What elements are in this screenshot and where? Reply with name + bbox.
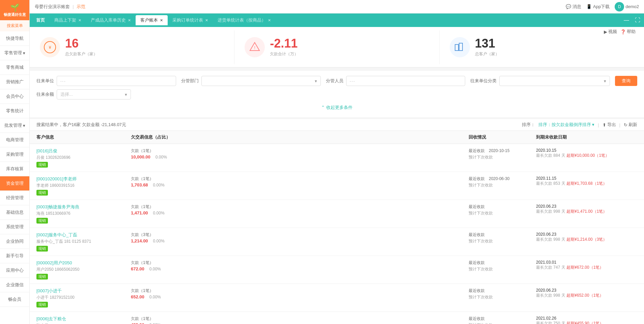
- debt-amount[interactable]: 10,000.00: [131, 154, 150, 159]
- debt-amount[interactable]: 672.00: [131, 266, 144, 271]
- collection-next: 预计下次收款: [469, 266, 536, 272]
- debt-row: 1,703.68 0.00%: [131, 182, 469, 187]
- overdue-amount[interactable]: 超期¥10,000.00（1笔）: [566, 153, 609, 158]
- sidebar-item-finance[interactable]: 资金管理: [0, 176, 29, 191]
- tab-purchase-order-stats[interactable]: 采购订单统计表 ✕: [168, 15, 213, 25]
- customer-name[interactable]: [0006]去下粮仓: [36, 316, 131, 322]
- sidebar-item-enterprise[interactable]: 企业协同: [0, 234, 29, 249]
- svg-rect-5: [459, 43, 463, 51]
- debt-amount[interactable]: 1,471.00: [131, 210, 148, 215]
- collection-next: 预计下次收款: [469, 182, 536, 188]
- sidebar-item-base-info[interactable]: 基础信息: [0, 205, 29, 220]
- tab-home[interactable]: 首页: [31, 15, 50, 25]
- video-link[interactable]: ▶ 视频: [604, 29, 617, 35]
- sidebar-item-member-plus[interactable]: 畅会员: [0, 292, 29, 307]
- sidebar: 🌱 畅捷通好生意 搜索菜单 快捷导航 零售管理 ▾ 零售商城 营销推广 会员中心…: [0, 0, 30, 324]
- debtors-info: 16 总欠款客户（家）: [65, 37, 97, 57]
- minimize-icon[interactable]: —: [622, 17, 631, 24]
- total-debt-label: 欠款合计（万）: [270, 51, 298, 57]
- customer-name[interactable]: [0001020001]李老师: [36, 176, 131, 182]
- debt-amount[interactable]: 1,214.00: [131, 238, 148, 243]
- sidebar-item-purchase[interactable]: 采购管理: [0, 147, 29, 162]
- sidebar-item-wholesale-mgmt[interactable]: 批发管理 ▾: [0, 118, 29, 133]
- sort-button[interactable]: 排序：按欠款金额倒序排序 ▾: [538, 122, 595, 128]
- sidebar-item-marketing[interactable]: 营销推广: [0, 75, 29, 89]
- overdue-amount[interactable]: 超期¥672.00（1笔）: [566, 265, 604, 270]
- sidebar-item-retail-stats[interactable]: 零售统计: [0, 104, 29, 118]
- app-download-button[interactable]: 📱 App下载: [586, 4, 610, 10]
- sidebar-item-app-center[interactable]: 应用中心: [0, 263, 29, 278]
- overdue-days: 最长欠款 884 天: [536, 153, 565, 158]
- tab-customer-accounts[interactable]: 客户账本 ✕: [136, 15, 168, 25]
- tab-close-icon[interactable]: ✕: [205, 18, 208, 23]
- export-button[interactable]: ⬆ 导出: [603, 122, 616, 128]
- customer-name[interactable]: [0007]小进千: [36, 288, 131, 294]
- result-summary: 搜索结果中，客户16家 欠款金额 -21,148.07元: [36, 122, 126, 128]
- phone-icon: 📱: [586, 4, 592, 9]
- total-customers-label: 总客户（家）: [475, 51, 499, 57]
- overdue-amount[interactable]: 超期¥1,471.00（1笔）: [566, 209, 607, 214]
- customer-name[interactable]: [0003]畅捷服务尹海燕: [36, 204, 131, 210]
- table-row: [0003]畅捷服务尹海燕 海燕 18513066976 现销 欠款（1笔） 1…: [30, 200, 644, 228]
- sidebar-item-ecommerce[interactable]: 电商管理: [0, 133, 29, 147]
- sidebar-item-retail-mall[interactable]: 零售商城: [0, 60, 29, 75]
- customer-name[interactable]: [000002]用户2050: [36, 260, 131, 266]
- stat-debtors: ¥ 16 总欠款客户（家）: [30, 30, 234, 64]
- customer-name[interactable]: [0002]服务中心_丁磊: [36, 232, 131, 238]
- brand-label[interactable]: 示范: [77, 4, 85, 9]
- due-date-cell: 2021.02.26 最长欠款 750 天 超期¥455.90（1笔）: [536, 316, 637, 324]
- result-actions: 排序： 排序：按欠款金额倒序排序 ▾ | ⬆ 导出 | ↻ 刷新: [522, 122, 637, 128]
- table-row: [0006]去下粮仓 陈小希 现销 欠款（1笔） 455.90 0.00% 最近…: [30, 312, 644, 324]
- user-avatar[interactable]: D demo2: [615, 2, 639, 11]
- query-button[interactable]: 查询: [615, 76, 637, 86]
- overdue-amount[interactable]: 超期¥455.90（1笔）: [566, 321, 604, 324]
- source-unit-input[interactable]: ···: [57, 76, 176, 86]
- overdue-days: 最长欠款 853 天: [536, 181, 565, 186]
- filter-source-unit: 往来单位 ···: [36, 76, 176, 86]
- tab-production-history[interactable]: 产成品入库单历史 ✕: [86, 15, 136, 25]
- customer-tag: 现销: [36, 302, 48, 307]
- total-customers-icon: [450, 37, 470, 57]
- debt-info-cell: 欠款（1笔） 1,703.68 0.00%: [131, 176, 469, 187]
- debt-amount[interactable]: 455.90: [131, 322, 144, 324]
- sidebar-item-system[interactable]: 系统管理: [0, 220, 29, 234]
- sidebar-item-new-guide[interactable]: 新手引导: [0, 249, 29, 263]
- help-link[interactable]: ❓ 帮助: [620, 29, 636, 35]
- debt-info-cell: 欠款（1笔） 455.90 0.00%: [131, 316, 469, 324]
- overdue-info-row: 最长欠款 998 天 超期¥1,214.00（3笔）: [536, 237, 637, 242]
- tab-products-offline[interactable]: 商品上下架 ✕: [50, 15, 86, 25]
- tab-close-icon[interactable]: ✕: [128, 18, 131, 23]
- maximize-icon[interactable]: ⛶: [633, 17, 642, 24]
- overdue-amount[interactable]: 超期¥1,214.00（3笔）: [566, 237, 607, 242]
- video-icon: ▶: [604, 29, 607, 34]
- search-menu-label: 搜索菜单: [2, 23, 28, 29]
- tab-close-icon[interactable]: ✕: [78, 18, 81, 23]
- overdue-amount[interactable]: 超期¥1,703.68（1笔）: [566, 181, 607, 186]
- search-menu[interactable]: 搜索菜单: [0, 20, 29, 31]
- sidebar-item-member[interactable]: 会员中心: [0, 89, 29, 104]
- filter-balance: 往来余额 选择... ▾: [36, 89, 131, 99]
- sidebar-item-wechat[interactable]: 企业微信: [0, 278, 29, 292]
- collapse-button[interactable]: ⌃ 收起更多条件: [36, 103, 637, 112]
- balance-select[interactable]: 选择... ▾: [57, 89, 131, 99]
- overdue-info-row: 最长欠款 747 天 超期¥672.00（1笔）: [536, 265, 637, 270]
- manager-input[interactable]: ···: [346, 76, 466, 86]
- debt-amount[interactable]: 1,703.68: [131, 182, 148, 187]
- total-customers-number: 131: [475, 37, 499, 50]
- debt-amount[interactable]: 652.00: [131, 294, 144, 299]
- customer-tag: 现销: [36, 218, 48, 224]
- department-select[interactable]: ▾: [201, 76, 321, 86]
- sidebar-item-inventory[interactable]: 库存核算: [0, 162, 29, 176]
- tab-close-icon[interactable]: ✕: [268, 18, 271, 23]
- debt-percent: 0.00%: [153, 239, 165, 243]
- sidebar-item-quick-nav[interactable]: 快捷导航: [0, 31, 29, 46]
- sidebar-item-operations[interactable]: 经营管理: [0, 191, 29, 205]
- refresh-button[interactable]: ↻ 刷新: [624, 122, 637, 128]
- unit-type-select[interactable]: ▾: [499, 76, 610, 86]
- tab-close-icon[interactable]: ✕: [160, 18, 163, 23]
- message-button[interactable]: 💬 消息: [566, 4, 581, 10]
- tab-import-stats[interactable]: 进货单统计表（按商品） ✕: [213, 15, 276, 25]
- customer-name[interactable]: [0016]吕俊: [36, 148, 131, 154]
- overdue-amount[interactable]: 超期¥652.00（1笔）: [566, 293, 604, 298]
- sidebar-item-retail-mgmt[interactable]: 零售管理 ▾: [0, 46, 29, 60]
